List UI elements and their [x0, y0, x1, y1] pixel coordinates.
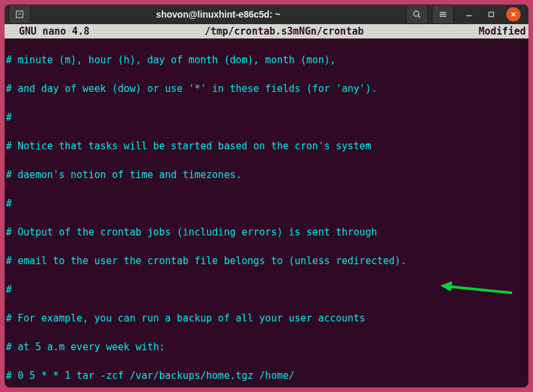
nano-header: GNU nano 4.8 /tmp/crontab.s3mNGn/crontab… — [5, 24, 528, 38]
minimize-button[interactable] — [462, 7, 476, 22]
new-tab-button[interactable] — [8, 5, 31, 24]
comment-line: # minute (m), hour (h), day of month (do… — [6, 53, 527, 67]
annotation-arrow-icon — [440, 281, 519, 301]
title-bar: shovon@linuxhint-e86c5d: ~ — [5, 5, 528, 24]
svg-rect-1 — [18, 14, 21, 14]
maximize-button[interactable] — [484, 7, 498, 22]
comment-line: # 0 5 * * 1 tar -zcf /var/backups/home.t… — [6, 369, 527, 383]
svg-line-3 — [418, 16, 420, 18]
comment-line: # For example, you can run a backup of a… — [6, 311, 527, 325]
file-content[interactable]: # minute (m), hour (h), day of month (do… — [5, 38, 528, 387]
comment-line: # at 5 a.m every week with: — [6, 340, 527, 354]
close-button[interactable] — [506, 7, 521, 22]
editor-area[interactable]: GNU nano 4.8 /tmp/crontab.s3mNGn/crontab… — [5, 24, 528, 387]
terminal-window: shovon@linuxhint-e86c5d: ~ GNU nano 4.8 … — [5, 5, 528, 387]
comment-line: # — [6, 196, 527, 211]
svg-rect-8 — [489, 12, 494, 17]
comment-line: # email to the user the crontab file bel… — [6, 254, 527, 268]
svg-point-2 — [414, 11, 419, 16]
comment-line: # Notice that tasks will be started base… — [6, 139, 527, 153]
search-button[interactable] — [406, 5, 428, 24]
nano-status: Modified — [479, 24, 526, 38]
nano-file-path: /tmp/crontab.s3mNGn/crontab — [89, 24, 478, 38]
menu-button[interactable] — [432, 5, 454, 24]
comment-line: # — [6, 110, 527, 125]
window-title: shovon@linuxhint-e86c5d: ~ — [35, 9, 402, 20]
svg-line-11 — [447, 286, 512, 293]
nano-app-name: GNU nano 4.8 — [7, 24, 89, 38]
svg-marker-12 — [440, 281, 452, 292]
window-controls — [458, 7, 525, 22]
comment-line: # Output of the crontab jobs (including … — [6, 225, 527, 239]
comment-line: # daemon's notion of time and timezones. — [6, 168, 527, 182]
comment-line: # and day of week (dow) or use '*' in th… — [6, 82, 527, 96]
